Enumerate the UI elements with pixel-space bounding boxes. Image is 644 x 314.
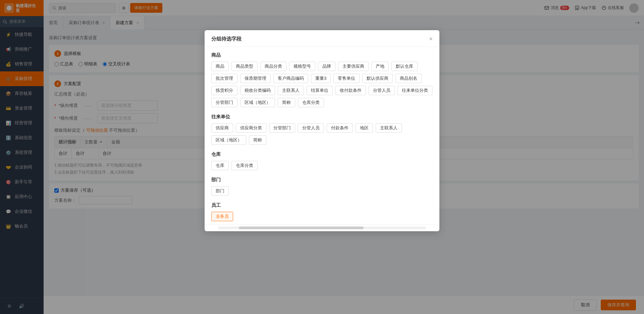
field-tag[interactable]: 分管人员 xyxy=(298,123,324,133)
modal-close-button[interactable]: × xyxy=(429,36,433,43)
field-section-商品: 商品商品商品类型商品分类规格型号品牌主要供应商产地默认仓库批次管理保质期管理客户… xyxy=(211,52,433,107)
field-section-title: 往来单位 xyxy=(211,114,433,120)
field-tag[interactable]: 重量3 xyxy=(311,74,331,83)
modal-body: 商品商品商品类型商品分类规格型号品牌主要供应商产地默认仓库批次管理保质期管理客户… xyxy=(205,47,439,224)
field-tags: 部门 xyxy=(211,186,433,196)
field-section-仓库: 仓库仓库仓库分类 xyxy=(211,151,433,170)
field-tag[interactable]: 区域（地区） xyxy=(240,98,275,107)
field-section-title: 仓库 xyxy=(211,151,433,158)
field-section-title: 部门 xyxy=(211,177,433,183)
field-section-往来单位: 往来单位供应商供应商分类分管部门分管人员付款条件地区主联系人区域（地区）简称 xyxy=(211,114,433,145)
field-tag[interactable]: 商品类型 xyxy=(231,62,258,71)
field-tag[interactable]: 分管人员 xyxy=(369,86,395,95)
field-tag[interactable]: 拣货积分 xyxy=(211,86,237,95)
field-tag[interactable]: 批次管理 xyxy=(211,74,237,83)
field-section-部门: 部门部门 xyxy=(211,177,433,196)
field-tag[interactable]: 品牌 xyxy=(318,62,335,71)
field-tag[interactable]: 分管部门 xyxy=(211,98,237,107)
field-tag[interactable]: 简称 xyxy=(278,98,295,107)
field-tag[interactable]: 保质期管理 xyxy=(240,74,271,83)
modal-title: 分组待选字段 xyxy=(211,36,241,42)
field-tag[interactable]: 供应商分类 xyxy=(236,123,266,133)
field-tag[interactable]: 商品分类 xyxy=(260,62,286,71)
field-tag[interactable]: 部门 xyxy=(211,186,229,196)
modal-header: 分组待选字段 × xyxy=(205,30,439,47)
field-tag[interactable]: 区域（地区） xyxy=(211,135,246,145)
field-tag[interactable]: 主联系人 xyxy=(278,86,304,95)
field-tag[interactable]: 结算单位 xyxy=(307,86,333,95)
field-tag[interactable]: 商品别名 xyxy=(395,74,422,83)
field-tag[interactable]: 分管部门 xyxy=(269,123,295,133)
field-tags: 业务员 xyxy=(211,212,433,221)
field-tag[interactable]: 商品 xyxy=(211,62,229,71)
horizontal-scroll-thumb xyxy=(239,227,364,229)
field-tag[interactable]: 规格型号 xyxy=(289,62,315,71)
field-tag[interactable]: 默认仓库 xyxy=(391,62,418,71)
field-tag[interactable]: 仓库分类 xyxy=(231,161,258,170)
field-tag[interactable]: 往来单位分类 xyxy=(397,86,432,95)
field-tag[interactable]: 付款条件 xyxy=(327,123,353,133)
field-tag[interactable]: 主联系人 xyxy=(376,123,402,133)
field-tags: 仓库仓库分类 xyxy=(211,161,433,170)
field-section-title: 员工 xyxy=(211,202,433,208)
field-tag[interactable]: 简称 xyxy=(249,135,266,145)
field-tag[interactable]: 收付款条件 xyxy=(335,86,366,95)
field-tag[interactable]: 仓库 xyxy=(211,161,229,170)
modal-bottom-scroll xyxy=(205,224,439,231)
field-tag[interactable]: 地区 xyxy=(356,123,373,133)
field-tag[interactable]: 供应商 xyxy=(211,123,233,133)
field-tags: 商品商品类型商品分类规格型号品牌主要供应商产地默认仓库批次管理保质期管理客户商品… xyxy=(211,62,433,107)
field-tag[interactable]: 税收分类编码 xyxy=(240,86,275,95)
field-tag[interactable]: 客户商品编码 xyxy=(273,74,308,83)
field-tag[interactable]: 业务员 xyxy=(211,212,233,221)
field-tag[interactable]: 主要供应商 xyxy=(338,62,369,71)
field-section-员工: 员工业务员 xyxy=(211,202,433,221)
field-tag[interactable]: 零售单位 xyxy=(333,74,360,83)
horizontal-scrollbar[interactable] xyxy=(218,227,426,229)
field-tag[interactable]: 仓库分类 xyxy=(298,98,324,107)
field-tag[interactable]: 产地 xyxy=(371,62,389,71)
field-tag[interactable]: 默认供应商 xyxy=(362,74,393,83)
field-tags: 供应商供应商分类分管部门分管人员付款条件地区主联系人区域（地区）简称 xyxy=(211,123,433,145)
field-section-title: 商品 xyxy=(211,52,433,58)
modal-field-select: 分组待选字段 × 商品商品商品类型商品分类规格型号品牌主要供应商产地默认仓库批次… xyxy=(205,30,439,231)
